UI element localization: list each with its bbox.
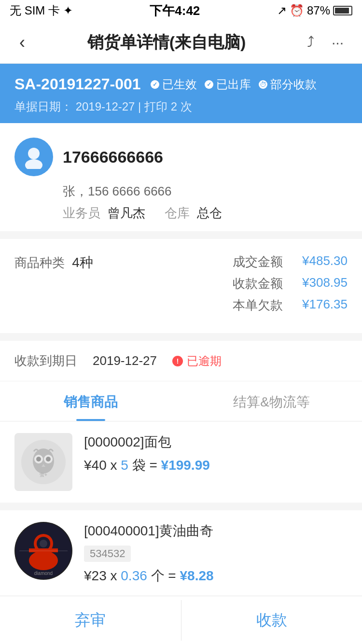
cancel-button[interactable]: 弃审 — [0, 600, 181, 641]
warehouse-label: 仓库 — [165, 206, 190, 220]
unit-value-2: 个 — [151, 568, 165, 583]
type-count: 4种 — [72, 255, 93, 270]
confirm-button[interactable]: 收款 — [181, 600, 362, 641]
status-time: 下午4:42 — [150, 2, 200, 19]
debt-label: 本单欠款 — [233, 297, 283, 314]
status-bar: 无 SIM 卡 ✦ 下午4:42 ↗ ⏰ 87% — [0, 0, 362, 21]
clock-icon — [259, 80, 267, 89]
tab-products-label: 销售商品 — [64, 394, 118, 409]
badge-shipped: 已出库 — [205, 77, 251, 92]
payment-amount-row: 收款金额 ¥308.95 — [233, 275, 348, 292]
product-thumbnail: 萤+ — [14, 433, 72, 491]
overdue-label: 已逾期 — [187, 353, 222, 369]
transaction-value: ¥485.30 — [302, 253, 348, 270]
price-value-2: ¥23 — [84, 568, 107, 583]
due-date: 2019-12-27 — [93, 353, 157, 368]
due-label: 收款到期日 — [14, 352, 77, 369]
product-thumbnail-2: diamond — [14, 522, 72, 580]
date-value: 2019-12-27 — [76, 100, 135, 113]
check-icon-active — [151, 80, 159, 89]
price-value: ¥40 — [84, 458, 107, 473]
svg-point-14 — [29, 551, 58, 570]
product-info-2: [000400001]黄油曲奇 534532 ¥23 x 0.36 个 = ¥8… — [84, 522, 348, 585]
salesperson-field: 业务员 曾凡杰 — [63, 205, 145, 222]
page-title: 销货单详情(来自电脑) — [87, 31, 246, 54]
quantity-value: 5 — [121, 458, 128, 473]
total-value-2: ¥8.28 — [180, 568, 213, 583]
badge-shipped-label: 已出库 — [216, 77, 251, 92]
badge-active-label: 已生效 — [162, 77, 197, 92]
svg-point-6 — [36, 457, 41, 462]
list-item: 萤+ [0000002]面包 ¥40 x 5 袋 = ¥199.99 — [0, 421, 362, 503]
warehouse-field: 仓库 总仓 — [165, 205, 222, 222]
share-button[interactable]: ⤴ — [303, 30, 318, 55]
svg-text:diamond: diamond — [34, 571, 53, 576]
salesperson-value: 曾凡杰 — [108, 206, 145, 220]
tab-settlement-label: 结算&物流等 — [233, 394, 310, 409]
tab-settlement[interactable]: 结算&物流等 — [181, 381, 362, 421]
debt-value: ¥176.35 — [302, 297, 348, 314]
badge-partial: 部分收款 — [259, 77, 317, 92]
tab-products[interactable]: 销售商品 — [0, 381, 181, 421]
order-date: 单据日期： 2019-12-27 | 打印 2 次 — [14, 99, 348, 114]
debt-amount-row: 本单欠款 ¥176.35 — [233, 297, 348, 314]
total-value: ¥199.99 — [161, 458, 210, 473]
location-icon: ↗ — [277, 4, 287, 17]
status-right: ↗ ⏰ 87% — [277, 4, 352, 17]
product-name: [0000002]面包 — [84, 433, 348, 451]
list-item: diamond [000400001]黄油曲奇 534532 ¥23 x 0.3… — [0, 510, 362, 597]
due-section: 收款到期日 2019-12-27 ! 已逾期 — [0, 341, 362, 381]
product-tag: 534532 — [84, 546, 131, 562]
unit-value: 袋 — [132, 458, 146, 473]
svg-point-1 — [25, 159, 42, 169]
sim-status: 无 SIM 卡 ✦ — [10, 3, 73, 18]
overdue-icon: ! — [172, 356, 183, 366]
alarm-icon: ⏰ — [290, 4, 304, 17]
customer-sub: 张，156 6666 6666 — [14, 183, 348, 200]
tabs-bar: 销售商品 结算&物流等 — [0, 381, 362, 421]
check-icon-shipped — [205, 80, 213, 89]
product-price-2: ¥23 x 0.36 个 = ¥8.28 — [84, 567, 348, 585]
warehouse-value: 总仓 — [197, 206, 222, 220]
summary-section: 商品种类 4种 成交金额 ¥485.30 收款金额 ¥308.95 本单欠款 ¥… — [0, 239, 362, 333]
status-left: 无 SIM 卡 ✦ — [10, 3, 73, 18]
salesperson-label: 业务员 — [63, 206, 100, 220]
order-id: SA-20191227-001 — [14, 75, 141, 93]
svg-text:萤+: 萤+ — [40, 472, 47, 477]
badge-active: 已生效 — [151, 77, 197, 92]
nav-bar: ‹ 销货单详情(来自电脑) ⤴ ··· — [0, 21, 362, 64]
quantity-value-2: 0.36 — [121, 568, 147, 583]
customer-section: 17666666666 张，156 6666 6666 业务员 曾凡杰 仓库 总… — [0, 123, 362, 231]
battery-status: 87% — [307, 4, 330, 17]
transaction-label: 成交金额 — [233, 253, 283, 270]
overdue-badge: ! 已逾期 — [172, 353, 222, 369]
equals-sign-2: = — [168, 568, 180, 583]
svg-point-7 — [46, 457, 51, 462]
summary-left: 商品种类 4种 — [14, 253, 93, 272]
type-label: 商品种类 — [14, 255, 65, 270]
status-badges: 已生效 已出库 部分收款 — [151, 77, 317, 92]
print-info: | 打印 2 次 — [138, 100, 192, 113]
product-info: [0000002]面包 ¥40 x 5 袋 = ¥199.99 — [84, 433, 348, 475]
equals-sign: = — [149, 458, 161, 473]
more-button[interactable]: ··· — [328, 30, 348, 55]
svg-rect-15 — [29, 548, 58, 552]
battery-icon — [333, 6, 352, 15]
product-name-2: [000400001]黄油曲奇 — [84, 522, 348, 540]
avatar — [14, 138, 53, 176]
svg-point-0 — [28, 148, 40, 159]
order-header: SA-20191227-001 已生效 已出库 部分收款 单据日期： 2019-… — [0, 64, 362, 123]
date-label: 单据日期： — [14, 100, 72, 113]
multiply-sign-2: x — [111, 568, 121, 583]
customer-meta: 业务员 曾凡杰 仓库 总仓 — [14, 205, 348, 222]
nav-actions: ⤴ ··· — [303, 30, 348, 55]
payment-value: ¥308.95 — [302, 275, 348, 292]
svg-point-16 — [40, 540, 47, 547]
payment-label: 收款金额 — [233, 275, 283, 292]
multiply-sign: x — [111, 458, 121, 473]
summary-right: 成交金额 ¥485.30 收款金额 ¥308.95 本单欠款 ¥176.35 — [233, 253, 348, 319]
product-price: ¥40 x 5 袋 = ¥199.99 — [84, 456, 348, 475]
bottom-bar: 弃审 收款 — [0, 596, 362, 644]
back-button[interactable]: ‹ — [14, 28, 30, 57]
customer-name: 17666666666 — [63, 148, 163, 167]
